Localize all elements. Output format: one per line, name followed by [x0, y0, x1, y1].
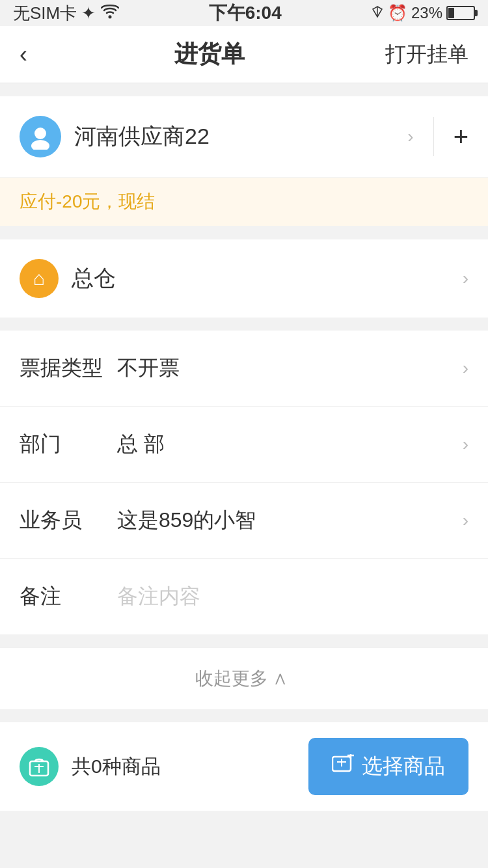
- select-product-button[interactable]: 选择商品: [308, 738, 468, 795]
- back-button[interactable]: ‹: [20, 34, 34, 75]
- carrier-text: 无SIM卡 ✦: [13, 2, 96, 25]
- svg-point-3: [31, 140, 49, 150]
- supplier-avatar: [20, 116, 61, 157]
- supplier-name: 河南供应商22: [74, 122, 407, 152]
- select-product-label: 选择商品: [362, 752, 445, 781]
- status-bar: 无SIM卡 ✦ 下午6:04 ⏰ 23%: [0, 0, 488, 26]
- page-title: 进货单: [174, 38, 245, 70]
- invoice-arrow-icon: ›: [463, 358, 468, 379]
- department-label: 部门: [20, 430, 117, 459]
- remark-row[interactable]: 备注 备注内容: [0, 559, 488, 634]
- status-time: 下午6:04: [209, 1, 282, 25]
- battery-percent: 23%: [411, 4, 442, 22]
- supplier-divider: [433, 117, 434, 156]
- battery-icon: [446, 6, 475, 20]
- department-value: 总 部: [117, 430, 463, 459]
- warehouse-row[interactable]: ⌂ 总仓 ›: [0, 239, 488, 318]
- supplier-row[interactable]: 河南供应商22 › +: [0, 96, 488, 178]
- salesman-row[interactable]: 业务员 这是859的小智 ›: [0, 483, 488, 559]
- supplier-arrow-icon: ›: [407, 126, 413, 147]
- alarm-icon: ⏰: [388, 4, 407, 22]
- status-left: 无SIM卡 ✦: [13, 2, 119, 25]
- svg-point-0: [109, 15, 112, 18]
- supplier-section: 河南供应商22 › + 应付-20元，现结: [0, 96, 488, 226]
- salesman-arrow-icon: ›: [463, 510, 468, 531]
- invoice-value: 不开票: [117, 354, 463, 383]
- invoice-row[interactable]: 票据类型 不开票 ›: [0, 331, 488, 407]
- notice-bar: 应付-20元，现结: [0, 178, 488, 226]
- location-icon: [371, 4, 384, 22]
- section-gap-2: [0, 226, 488, 239]
- nav-bar: ‹ 进货单 打开挂单: [0, 26, 488, 83]
- salesman-value: 这是859的小智: [117, 506, 463, 535]
- status-right: ⏰ 23%: [371, 4, 475, 22]
- department-row[interactable]: 部门 总 部 ›: [0, 407, 488, 483]
- house-icon: ⌂: [33, 267, 45, 290]
- invoice-label: 票据类型: [20, 354, 117, 383]
- product-icon: [20, 747, 59, 786]
- open-pending-button[interactable]: 打开挂单: [385, 40, 468, 69]
- wifi-icon: [101, 3, 119, 23]
- salesman-label: 业务员: [20, 506, 117, 535]
- warehouse-section[interactable]: ⌂ 总仓 ›: [0, 239, 488, 318]
- collapse-row[interactable]: 收起更多 ∧: [0, 647, 488, 709]
- warehouse-name: 总仓: [72, 264, 463, 293]
- section-gap-1: [0, 83, 488, 96]
- svg-point-2: [34, 128, 46, 139]
- add-supplier-button[interactable]: +: [454, 122, 468, 152]
- collapse-label: 收起更多 ∧: [195, 666, 288, 691]
- form-section: 票据类型 不开票 › 部门 总 部 › 业务员 这是859的小智 › 备注 备注…: [0, 331, 488, 634]
- warehouse-icon: ⌂: [20, 259, 59, 298]
- bottom-bar: 共0种商品 选择商品: [0, 722, 488, 811]
- notice-text: 应付-20元，现结: [20, 191, 155, 211]
- product-count: 共0种商品: [72, 753, 308, 780]
- warehouse-arrow-icon: ›: [463, 268, 468, 289]
- remark-label: 备注: [20, 582, 117, 611]
- remark-input[interactable]: 备注内容: [117, 582, 468, 611]
- select-product-icon: [332, 754, 355, 779]
- department-arrow-icon: ›: [463, 434, 468, 455]
